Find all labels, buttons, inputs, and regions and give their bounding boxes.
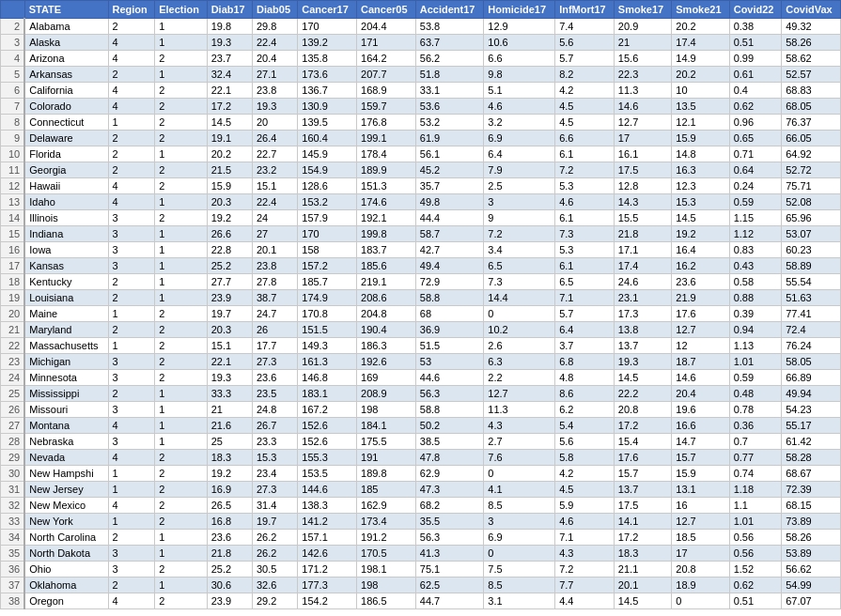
data-cell: 5.1 xyxy=(484,83,555,99)
data-cell: 155.3 xyxy=(298,450,357,466)
data-cell: 19.3 xyxy=(252,99,297,115)
data-cell: 2 xyxy=(155,306,208,322)
column-header-6[interactable]: Cancer17 xyxy=(298,1,357,19)
data-cell: 7.5 xyxy=(484,562,555,578)
data-cell: 3.4 xyxy=(484,242,555,258)
column-header-5[interactable]: Diab05 xyxy=(252,1,297,19)
data-cell: 35.7 xyxy=(415,178,484,194)
state-name: Nevada xyxy=(24,450,108,466)
column-header-13[interactable]: Covid22 xyxy=(729,1,782,19)
data-cell: 16.8 xyxy=(207,514,252,530)
state-name: Alaska xyxy=(24,35,108,51)
data-cell: 189.8 xyxy=(357,466,416,482)
data-cell: 6.5 xyxy=(484,258,555,274)
data-cell: 15.1 xyxy=(252,178,297,194)
data-cell: 26 xyxy=(252,322,297,338)
data-cell: 4.1 xyxy=(484,482,555,498)
data-cell: 2 xyxy=(155,322,208,338)
data-cell: 7.1 xyxy=(555,530,615,546)
data-cell: 68.2 xyxy=(415,498,484,514)
data-cell: 17.5 xyxy=(614,162,671,178)
data-cell: 0.43 xyxy=(729,258,782,274)
data-cell: 5.6 xyxy=(555,35,615,51)
data-cell: 27.3 xyxy=(252,482,297,498)
data-cell: 149.3 xyxy=(298,338,357,354)
data-cell: 183.1 xyxy=(298,386,357,402)
data-cell: 2 xyxy=(108,274,155,290)
data-cell: 6.1 xyxy=(555,258,615,274)
row-number: 30 xyxy=(1,466,25,482)
data-cell: 19.2 xyxy=(672,226,729,242)
column-header-11[interactable]: Smoke17 xyxy=(614,1,671,19)
data-cell: 0.64 xyxy=(729,162,782,178)
data-cell: 1.15 xyxy=(729,210,782,226)
data-cell: 1 xyxy=(155,146,208,162)
data-cell: 22.4 xyxy=(252,194,297,210)
data-cell: 3.1 xyxy=(484,593,555,609)
table-row: 13Idaho4120.322.4153.2174.649.834.614.31… xyxy=(1,194,841,210)
data-cell: 0.78 xyxy=(729,402,782,418)
data-cell: 17.4 xyxy=(614,258,671,274)
data-cell: 23.1 xyxy=(614,290,671,306)
data-cell: 20.8 xyxy=(672,562,729,578)
data-cell: 35.5 xyxy=(415,514,484,530)
data-cell: 33.3 xyxy=(207,386,252,402)
data-cell: 2 xyxy=(155,210,208,226)
data-cell: 14.5 xyxy=(614,593,671,609)
row-number: 36 xyxy=(1,562,25,578)
column-header-8[interactable]: Accident17 xyxy=(415,1,484,19)
table-row: 9Delaware2219.126.4160.4199.161.96.96.61… xyxy=(1,131,841,146)
data-cell: 2 xyxy=(155,83,208,99)
column-header-3[interactable]: Election xyxy=(155,1,208,19)
data-cell: 0.83 xyxy=(729,242,782,258)
data-cell: 4 xyxy=(108,418,155,434)
data-cell: 161.3 xyxy=(298,354,357,370)
data-cell: 189.9 xyxy=(357,162,416,178)
data-cell: 53 xyxy=(415,354,484,370)
data-cell: 20.4 xyxy=(252,51,297,67)
data-cell: 5.9 xyxy=(555,498,615,514)
data-cell: 158 xyxy=(298,242,357,258)
state-name: Colorado xyxy=(24,99,108,115)
data-cell: 175.5 xyxy=(357,434,416,450)
state-name: Illinois xyxy=(24,210,108,226)
data-cell: 170.8 xyxy=(298,306,357,322)
column-header-2[interactable]: Region xyxy=(108,1,155,19)
data-cell: 19.2 xyxy=(207,466,252,482)
data-cell: 64.92 xyxy=(782,146,841,162)
data-cell: 4.3 xyxy=(484,418,555,434)
data-cell: 56.3 xyxy=(415,530,484,546)
column-header-0[interactable] xyxy=(1,1,25,19)
data-cell: 185.6 xyxy=(357,258,416,274)
column-header-9[interactable]: Homicide17 xyxy=(484,1,555,19)
data-cell: 0.51 xyxy=(729,35,782,51)
data-cell: 22.7 xyxy=(252,146,297,162)
data-cell: 22.1 xyxy=(207,354,252,370)
data-cell: 47.3 xyxy=(415,482,484,498)
row-number: 10 xyxy=(1,146,25,162)
data-cell: 1 xyxy=(155,194,208,210)
data-cell: 61.9 xyxy=(415,131,484,146)
column-header-4[interactable]: Diab17 xyxy=(207,1,252,19)
data-table-container[interactable]: STATERegionElectionDiab17Diab05Cancer17C… xyxy=(0,0,841,616)
data-cell: 3 xyxy=(108,354,155,370)
column-header-14[interactable]: CovidVax xyxy=(782,1,841,19)
data-cell: 12.3 xyxy=(672,178,729,194)
data-cell: 136.7 xyxy=(298,83,357,99)
data-cell: 3 xyxy=(484,514,555,530)
column-header-12[interactable]: Smoke21 xyxy=(672,1,729,19)
data-cell: 41.3 xyxy=(415,546,484,562)
data-cell: 157.9 xyxy=(298,210,357,226)
data-cell: 219.1 xyxy=(357,274,416,290)
data-cell: 3 xyxy=(108,226,155,242)
table-row: 12Hawaii4215.915.1128.6151.335.72.55.312… xyxy=(1,178,841,194)
data-cell: 58.8 xyxy=(415,290,484,306)
data-cell: 153.2 xyxy=(298,194,357,210)
data-cell: 3 xyxy=(108,402,155,418)
data-cell: 23.8 xyxy=(252,83,297,99)
column-header-10[interactable]: InfMort17 xyxy=(555,1,615,19)
column-header-1[interactable]: STATE xyxy=(24,1,108,19)
column-header-7[interactable]: Cancer05 xyxy=(357,1,416,19)
data-cell: 20.1 xyxy=(614,578,671,593)
data-cell: 1 xyxy=(155,67,208,83)
